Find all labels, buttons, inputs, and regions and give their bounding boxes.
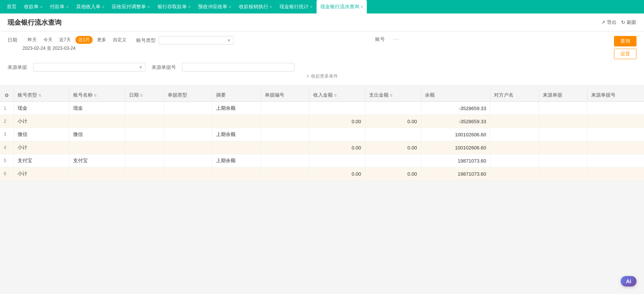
cell-source-doc-no <box>587 115 644 128</box>
th-doc-no: 单据编号 <box>261 89 309 102</box>
cell-date <box>125 115 164 128</box>
date-7days[interactable]: 近7天 <box>57 36 73 44</box>
page-title: 现金银行流水查询 <box>8 18 62 27</box>
source-doc-label: 来源单据 <box>8 64 27 71</box>
th-doc-type: 单据类型 <box>164 89 212 102</box>
refresh-button[interactable]: ↻ 刷新 <box>621 19 636 26</box>
cell-doc-no <box>261 102 309 115</box>
table-container: ⚙ 账号类型 ⇅ 账号名称 ⇅ 日期 <box>0 89 644 181</box>
cell-account-type: 微信 <box>14 128 69 141</box>
dropdown-icon: ▾ <box>140 64 142 70</box>
cell-account-type: 支付宝 <box>14 154 69 167</box>
cell-doc-type <box>164 141 212 154</box>
cell-summary: 上期余额 <box>212 154 261 167</box>
top-navigation: 首页 收款单 × 付款单 × 其他收入单 × 应收应付调整单 × 银行存取款单 … <box>0 0 644 13</box>
cell-income: 0.00 <box>309 141 365 154</box>
cell-income: 0.00 <box>309 167 365 181</box>
query-button[interactable]: 查询 <box>614 36 636 46</box>
cell-account-name: 现金 <box>69 102 125 115</box>
cell-expense <box>365 102 421 115</box>
cell-date <box>125 154 164 167</box>
settings-button[interactable]: 设置 <box>614 49 636 59</box>
cell-doc-no <box>261 115 309 128</box>
date-custom[interactable]: 自定义 <box>111 36 129 44</box>
cell-counterparty <box>490 167 539 181</box>
sort-icon: ⇅ <box>390 93 393 97</box>
cell-account-type: 小计 <box>14 167 69 181</box>
cell-summary <box>212 115 261 128</box>
nav-adjust[interactable]: 应收应付调整单 × <box>108 0 153 13</box>
export-button[interactable]: ↗ 导出 <box>601 19 617 26</box>
close-icon[interactable]: × <box>102 4 104 9</box>
th-income[interactable]: 收入金额 ⇅ <box>309 89 365 102</box>
nav-verify[interactable]: 收款核销执行 × <box>235 0 276 13</box>
cell-doc-type <box>164 167 212 181</box>
account-type-select[interactable]: ▾ <box>159 36 234 45</box>
nav-payment[interactable]: 付款单 × <box>46 0 72 13</box>
close-icon[interactable]: × <box>361 4 363 9</box>
account-label: 账号 <box>375 36 390 43</box>
cell-income <box>309 128 365 141</box>
table-row: 2小计0.000.00-3528659.33 <box>0 115 644 128</box>
date-yesterday[interactable]: 昨天 <box>26 36 39 44</box>
cell-source-doc <box>539 128 587 141</box>
nav-home[interactable]: 首页 <box>3 0 20 13</box>
filter-area: 日期 昨天 今天 近7天 近1月 更多 自定义 2023-02-24 至 202… <box>0 31 644 86</box>
date-today[interactable]: 今天 <box>41 36 55 44</box>
cell-doc-no <box>261 167 309 181</box>
cell-doc-no <box>261 128 309 141</box>
close-icon[interactable]: × <box>188 4 191 9</box>
account-dots[interactable]: ··· <box>393 36 399 43</box>
close-icon[interactable]: × <box>147 4 150 9</box>
cell-doc-no <box>261 141 309 154</box>
cell-source-doc-no <box>587 128 644 141</box>
cell-expense <box>365 154 421 167</box>
row-number: 2 <box>0 115 14 128</box>
row-number: 3 <box>0 128 14 141</box>
date-shortcuts: 昨天 今天 近7天 近1月 更多 自定义 <box>26 36 129 44</box>
sort-icon: ⇅ <box>38 93 41 97</box>
nav-pre-receipt[interactable]: 预收冲应收单 × <box>194 0 235 13</box>
collapse-bar[interactable]: ∧ 收起更多条件 <box>8 72 636 81</box>
close-icon[interactable]: × <box>229 4 231 9</box>
th-counterparty: 对方户名 <box>490 89 539 102</box>
cell-source-doc-no <box>587 167 644 181</box>
close-icon[interactable]: × <box>66 4 68 9</box>
close-icon[interactable]: × <box>270 4 272 9</box>
cell-balance: 19871073.60 <box>421 167 490 181</box>
th-account-name[interactable]: 账号名称 ⇅ <box>69 89 125 102</box>
th-account-type[interactable]: 账号类型 ⇅ <box>14 89 69 102</box>
cell-date <box>125 102 164 115</box>
cell-date <box>125 141 164 154</box>
nav-bank-deposit[interactable]: 银行存取款单 × <box>154 0 194 13</box>
cell-source-doc <box>539 141 587 154</box>
nav-receipt[interactable]: 收款单 × <box>20 0 46 13</box>
close-icon[interactable]: × <box>310 4 312 9</box>
table-row: 4小计0.000.00100102606.60 <box>0 141 644 154</box>
cell-summary: 上期余额 <box>212 102 261 115</box>
export-icon: ↗ <box>601 19 605 25</box>
main-table: ⚙ 账号类型 ⇅ 账号名称 ⇅ 日期 <box>0 89 644 181</box>
source-doc-select[interactable]: ▾ <box>33 63 146 72</box>
source-doc-no-label: 来源单据号 <box>152 64 176 71</box>
nav-other-income[interactable]: 其他收入单 × <box>72 0 108 13</box>
table-row: 3微信微信上期余额100102606.60 <box>0 128 644 141</box>
cell-balance: 19871073.60 <box>421 154 490 167</box>
account-type-label: 账号类型 <box>136 37 156 44</box>
date-more[interactable]: 更多 <box>95 36 108 44</box>
th-expense[interactable]: 支出金额 ⇅ <box>365 89 421 102</box>
gear-icon[interactable]: ⚙ <box>5 93 9 98</box>
th-date[interactable]: 日期 ⇅ <box>125 89 164 102</box>
cell-summary <box>212 141 261 154</box>
cell-expense: 0.00 <box>365 167 421 181</box>
nav-bank-stats[interactable]: 现金银行统计 × <box>276 0 316 13</box>
cell-income <box>309 102 365 115</box>
source-doc-no-input[interactable] <box>182 63 294 72</box>
cell-account-name: 微信 <box>69 128 125 141</box>
nav-bank-flow[interactable]: 现金银行流水查询 × <box>317 0 367 13</box>
date-1month[interactable]: 近1月 <box>75 36 93 44</box>
cell-income <box>309 154 365 167</box>
cell-date <box>125 167 164 181</box>
close-icon[interactable]: × <box>40 4 42 9</box>
cell-source-doc <box>539 115 587 128</box>
